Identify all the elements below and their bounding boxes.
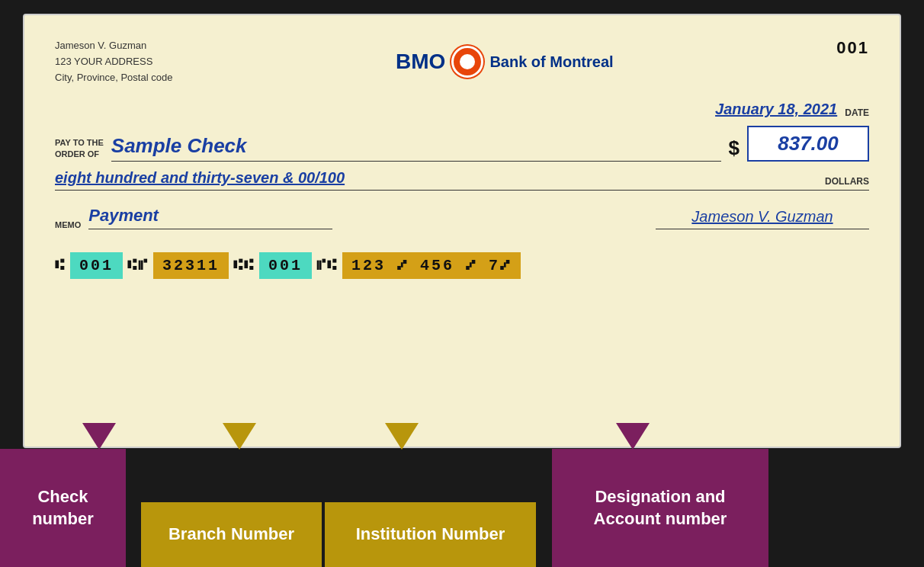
arrow-institution-number <box>385 423 419 450</box>
memo-line: Payment <box>88 206 332 229</box>
holder-city: City, Province, Postal code <box>55 70 172 86</box>
micr-line: ⑆ 001 ⑆⑈ 32311 ⑆⑆ 001 ⑈⑆ 123 ⑇ 456 ⑇ 7⑇ <box>55 252 869 279</box>
branch-number-label: Branch Number <box>168 524 294 546</box>
amount-words-row: eight hundred and thirty-seven & 00/100 … <box>55 169 869 191</box>
label-branch-number: Branch Number <box>141 502 322 567</box>
micr-sep2: ⑆⑆ <box>233 257 255 274</box>
micr-prefix: ⑆ <box>55 257 66 274</box>
pay-to-row: PAY TO THE ORDER OF Sample Check $ 837.0… <box>55 126 869 162</box>
arrow-designation <box>616 423 650 450</box>
date-row: January 18, 2021 DATE <box>55 101 869 118</box>
amount-value: 837.00 <box>778 132 839 155</box>
account-holder-info: Jameson V. Guzman 123 YOUR ADDRESS City,… <box>55 38 172 85</box>
label-designation-account: Designation and Account number <box>552 449 768 567</box>
date-label: DATE <box>845 107 869 118</box>
bmo-abbreviation: BMO <box>396 50 445 74</box>
bank-full-name: Bank of Montreal <box>489 53 613 71</box>
bank-logo: BMO Bank of Montreal <box>396 46 614 78</box>
micr-institution: 001 <box>259 252 312 279</box>
payee-line: Sample Check <box>111 134 721 162</box>
check-body: Jameson V. Guzman 123 YOUR ADDRESS City,… <box>23 14 901 448</box>
payee-name: Sample Check <box>111 134 247 157</box>
pay-to-label: PAY TO THE ORDER OF <box>55 137 104 161</box>
bmo-circle-logo <box>451 46 483 78</box>
dollars-label: DOLLARS <box>825 176 869 187</box>
micr-account: 123 ⑇ 456 ⑇ 7⑇ <box>342 252 521 279</box>
micr-sep1: ⑆⑈ <box>127 257 149 274</box>
check-number-display: 001 <box>836 38 869 58</box>
label-institution-number: Institution Number <box>325 502 536 567</box>
amount-words: eight hundred and thirty-seven & 00/100 <box>55 169 345 187</box>
micr-branch: 32311 <box>153 252 229 279</box>
memo-row: MEMO Payment Jameson V. Guzman <box>55 206 869 229</box>
holder-address: 123 YOUR ADDRESS <box>55 54 172 70</box>
micr-sep3: ⑈⑆ <box>316 257 338 274</box>
signature-value: Jameson V. Guzman <box>691 208 833 225</box>
designation-account-label: Designation and Account number <box>563 486 757 530</box>
memo-label: MEMO <box>55 220 81 229</box>
check-top-row: Jameson V. Guzman 123 YOUR ADDRESS City,… <box>55 38 869 85</box>
arrow-branch-number <box>223 423 256 450</box>
dollar-sign: $ <box>729 136 740 160</box>
micr-check-number: 001 <box>70 252 123 279</box>
arrow-check-number <box>82 423 116 450</box>
check-number-label: Check number <box>11 486 114 530</box>
label-check-number: Check number <box>0 449 126 567</box>
memo-value: Payment <box>88 206 159 225</box>
signature-line: Jameson V. Guzman <box>656 208 869 229</box>
holder-name: Jameson V. Guzman <box>55 38 172 54</box>
amount-box: 837.00 <box>747 126 869 162</box>
date-value: January 18, 2021 <box>715 101 837 118</box>
bmo-circle-inner <box>460 54 475 69</box>
institution-number-label: Institution Number <box>356 524 505 546</box>
